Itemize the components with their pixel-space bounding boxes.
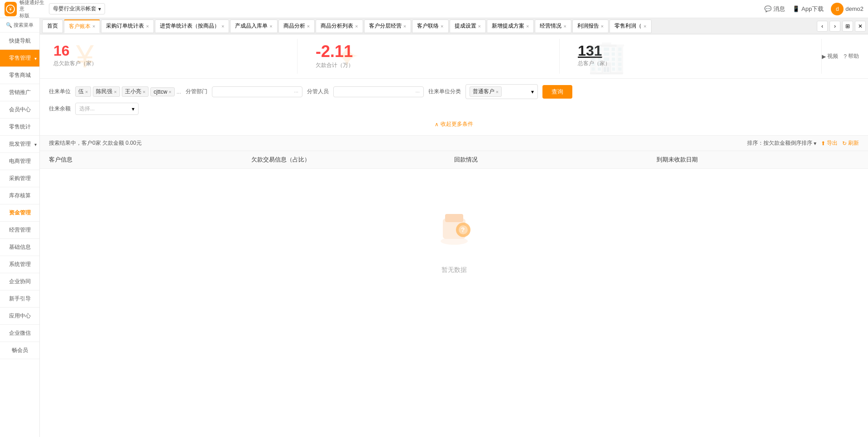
unit-category-select[interactable]: 普通客户 × ▾ — [465, 84, 538, 99]
col-header-repay: 回款情况 — [454, 156, 657, 164]
tab-purchase-order[interactable]: 采购订单统计表 × — [101, 19, 153, 33]
balance-select[interactable]: 选择... ▾ — [75, 103, 139, 115]
sidebar-item-member-center[interactable]: 会员中心 — [0, 101, 39, 119]
sidebar-item-basic-info[interactable]: 基础信息 — [0, 239, 39, 256]
tab-close-icon[interactable]: × — [643, 24, 646, 29]
video-icon: ▶ — [822, 53, 826, 60]
tab-close-icon[interactable]: × — [526, 24, 529, 29]
message-button[interactable]: 💬 消息 — [764, 5, 785, 13]
chevron-down-icon: ▾ — [98, 6, 101, 12]
download-icon: 📱 — [792, 5, 800, 12]
filter-tag-close-2[interactable]: × — [143, 89, 145, 95]
tab-prev-btn[interactable]: ‹ — [817, 21, 828, 32]
sidebar-item-retail-management[interactable]: 零售管理 ▾ — [0, 50, 39, 67]
sort-select[interactable]: 排序：按欠款金额倒序排序 ▾ — [747, 139, 816, 147]
unit-category-tag-close-0[interactable]: × — [496, 89, 499, 95]
tab-close-icon[interactable]: × — [221, 24, 224, 29]
sidebar-item-search[interactable]: 🔍 搜索菜单 — [0, 18, 39, 33]
tab-profit-report[interactable]: 利润报告 × — [572, 19, 609, 33]
tab-close-icon[interactable]: × — [441, 24, 443, 29]
tab-operations[interactable]: 经营情况 × — [535, 19, 571, 33]
col-header-customer: 客户信息 — [49, 156, 251, 164]
svg-text:¥: ¥ — [9, 7, 12, 12]
top-bar-actions: 💬 消息 📱 App下载 d demo2 — [764, 3, 863, 15]
help-button[interactable]: ? 帮助 — [844, 52, 859, 60]
sidebar-item-guide[interactable]: 新手引导 — [0, 290, 39, 308]
tab-commission-setting[interactable]: 提成设置 × — [450, 19, 486, 33]
store-select[interactable]: 母婴行业演示帐套 ▾ — [49, 3, 105, 14]
tab-product-analysis[interactable]: 商品分析 × — [278, 19, 315, 33]
filter-tag-3: cjttcw × — [150, 87, 174, 96]
filter-tag-2: 王小亮 × — [122, 86, 149, 97]
filter-tag-close-1[interactable]: × — [114, 89, 116, 95]
user-menu[interactable]: d demo2 — [831, 3, 863, 15]
sidebar-item-system[interactable]: 系统管理 — [0, 256, 39, 273]
branch-dept-input[interactable] — [216, 89, 291, 95]
branch-person-input[interactable] — [337, 89, 412, 95]
sidebar-item-ecommerce[interactable]: 电商管理 — [0, 153, 39, 170]
stat-total-customers: 🏢 131 总客户（家） — [560, 39, 822, 74]
stat-actions: ▶ 视频 ? 帮助 — [822, 39, 859, 74]
filter-area: 往来单位 伍 × 陈民强 × 王小亮 — [40, 79, 868, 136]
message-icon: 💬 — [764, 5, 772, 12]
sidebar-item-marketing[interactable]: 营销推广 — [0, 84, 39, 101]
empty-state: ? 暂无数据 — [40, 169, 868, 310]
results-summary: 搜索结果中，客户0家 欠款金额 0.00元 — [49, 139, 142, 147]
content-area: 首页 客户账本 × 采购订单统计表 × 进货单统计表（按商品） × 产成品入库单… — [40, 18, 868, 437]
tab-close-icon[interactable]: × — [355, 24, 358, 29]
filter-tag-close-3[interactable]: × — [168, 89, 171, 95]
tab-close-icon[interactable]: × — [269, 24, 272, 29]
tab-close-icon[interactable]: × — [478, 24, 481, 29]
branch-dept-label: 分管部门 — [186, 88, 207, 95]
tab-customer-tier[interactable]: 客户分层经营 × — [364, 19, 411, 33]
tab-product-in[interactable]: 产成品入库单 × — [230, 19, 277, 33]
tab-customer-contact[interactable]: 客户联络 × — [412, 19, 448, 33]
sidebar-item-quick-nav[interactable]: 快捷导航 — [0, 33, 39, 50]
sidebar-item-member[interactable]: 畅会员 — [0, 342, 39, 359]
sidebar-item-enterprise-collab[interactable]: 企业协同 — [0, 273, 39, 290]
export-button[interactable]: ⬆ 导出 — [821, 139, 838, 147]
col-header-debt: 欠款交易信息（占比） — [251, 156, 454, 164]
tab-next-btn[interactable]: › — [830, 21, 840, 32]
sidebar-item-wholesale[interactable]: 批发管理 ▾ — [0, 136, 39, 153]
query-button[interactable]: 查询 — [542, 85, 572, 99]
filter-row-1: 往来单位 伍 × 陈民强 × 王小亮 — [49, 84, 859, 99]
branch-dept-select[interactable]: ··· — [212, 86, 302, 97]
stat-overdue-customers: ¥ 16 总欠款客户（家） — [49, 39, 297, 74]
results-actions: 排序：按欠款金额倒序排序 ▾ ⬆ 导出 ↻ 刷新 — [747, 139, 859, 147]
sidebar: 🔍 搜索菜单 快捷导航 零售管理 ▾ 零售商城 营销推广 会员中心 零售统计 批… — [0, 18, 40, 437]
tab-close-icon[interactable]: × — [307, 24, 310, 29]
unit-category-chevron-icon: ▾ — [531, 89, 534, 95]
tab-close-icon[interactable]: × — [146, 24, 149, 29]
export-icon: ⬆ — [821, 140, 825, 147]
sidebar-item-wecom[interactable]: 企业微信 — [0, 325, 39, 342]
tab-close-all-btn[interactable]: ✕ — [855, 21, 866, 32]
stats-area: ¥ 16 总欠款客户（家） ✦ -2.11 欠款合计（万） — [40, 34, 868, 79]
balance-chevron-icon: ▾ — [132, 106, 134, 112]
sidebar-item-app-center[interactable]: 应用中心 — [0, 308, 39, 325]
tab-close-icon[interactable]: × — [601, 24, 604, 29]
tab-new-commission[interactable]: 新增提成方案 × — [487, 19, 534, 33]
sidebar-item-finance[interactable]: 资金管理 — [0, 204, 39, 222]
tab-close-icon[interactable]: × — [92, 24, 95, 29]
tab-customer-ledger[interactable]: 客户账本 × — [64, 19, 100, 33]
sidebar-item-purchase[interactable]: 采购管理 — [0, 170, 39, 187]
sidebar-item-retail-stats[interactable]: 零售统计 — [0, 119, 39, 136]
sidebar-item-operations[interactable]: 经营管理 — [0, 222, 39, 239]
branch-person-select[interactable]: ··· — [333, 86, 424, 97]
sidebar-item-retail-mall[interactable]: 零售商城 — [0, 67, 39, 84]
filter-tag-close-0[interactable]: × — [85, 89, 88, 95]
tab-more-btn[interactable]: ⊞ — [842, 21, 853, 32]
filter-more-btn[interactable]: ... — [177, 89, 181, 95]
tab-product-analysis-list[interactable]: 商品分析列表 × — [316, 19, 363, 33]
video-button[interactable]: ▶ 视频 — [822, 52, 838, 60]
app-download-button[interactable]: 📱 App下载 — [792, 5, 824, 13]
tab-home[interactable]: 首页 — [42, 19, 63, 33]
refresh-button[interactable]: ↻ 刷新 — [842, 139, 859, 147]
tab-inventory-by-product[interactable]: 进货单统计表（按商品） × — [155, 19, 229, 33]
tab-close-icon[interactable]: × — [403, 24, 406, 29]
tab-close-icon[interactable]: × — [563, 24, 566, 29]
collapse-button[interactable]: ∧ 收起更多条件 — [435, 120, 473, 128]
tab-retail-profit[interactable]: 零售利润（ × — [609, 19, 651, 33]
sidebar-item-inventory[interactable]: 库存核算 — [0, 187, 39, 204]
